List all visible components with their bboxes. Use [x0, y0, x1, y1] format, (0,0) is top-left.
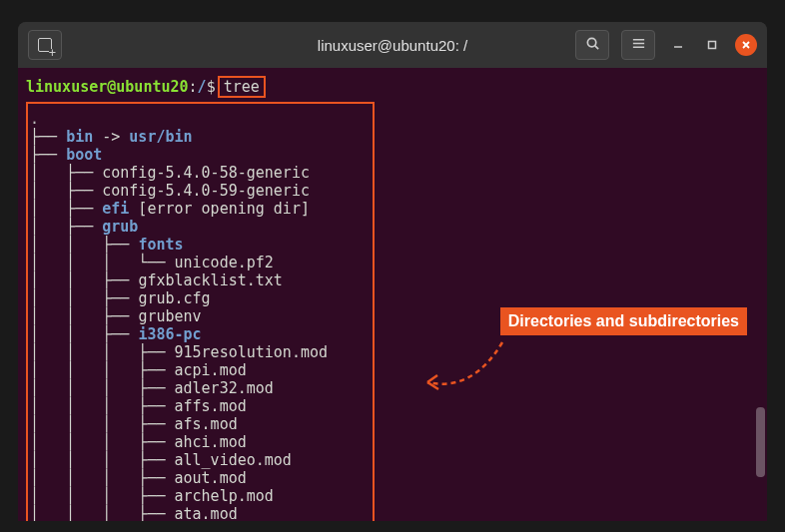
tree-line: │ │ │ ├── affs.mod [30, 397, 373, 415]
scrollbar-thumb[interactable] [756, 407, 765, 477]
svg-rect-6 [709, 42, 716, 49]
tree-line: │ │ ├── grubenv [30, 307, 373, 325]
tree-line: │ │ │ ├── ahci.mod [30, 433, 373, 451]
tree-line: │ │ │ ├── aout.mod [30, 469, 373, 487]
new-tab-icon [38, 38, 52, 52]
tree-line: │ │ ├── i386-pc [30, 325, 373, 343]
search-icon [585, 36, 600, 55]
tree-line: │ │ │ ├── ata.mod [30, 505, 373, 521]
search-button[interactable] [575, 30, 609, 60]
new-tab-button[interactable] [28, 30, 62, 60]
terminal-body[interactable]: linuxuser@ubuntu20:/$tree . ├── bin -> u… [18, 68, 767, 521]
prompt-line: linuxuser@ubuntu20:/$tree [26, 76, 767, 98]
svg-line-1 [594, 45, 597, 48]
tree-line: │ │ │ ├── acpi.mod [30, 361, 373, 379]
tree-line: │ │ │ └── unicode.pf2 [30, 254, 373, 271]
tree-output: ├── bin -> usr/bin├── boot│ ├── config-5… [30, 128, 373, 521]
command-text: tree [224, 78, 260, 96]
close-icon [741, 40, 751, 50]
tree-line: │ ├── efi [error opening dir] [30, 200, 373, 218]
terminal-window: linuxuser@ubuntu20: / li [18, 22, 767, 521]
menu-button[interactable] [621, 30, 655, 60]
tree-line: │ │ ├── gfxblacklist.txt [30, 271, 373, 289]
prompt-dollar: $ [207, 78, 216, 96]
titlebar: linuxuser@ubuntu20: / [18, 22, 767, 68]
tree-line: │ │ ├── grub.cfg [30, 289, 373, 307]
maximize-icon [707, 40, 717, 50]
prompt-path: / [198, 78, 207, 96]
tree-line: │ │ │ ├── all_video.mod [30, 451, 373, 469]
command-highlight-box: tree [218, 76, 266, 98]
prompt-colon: : [189, 78, 198, 96]
minimize-icon [673, 40, 683, 50]
hamburger-icon [631, 36, 646, 55]
tree-line: ├── bin -> usr/bin [30, 128, 373, 146]
tree-line: │ │ │ ├── adler32.mod [30, 379, 373, 397]
prompt-user-host: linuxuser@ubuntu20 [26, 78, 189, 96]
tree-line: │ │ │ ├── 915resolution.mod [30, 343, 373, 361]
annotation-arrow-icon [417, 337, 507, 407]
tree-line: │ │ │ ├── archelp.mod [30, 487, 373, 505]
minimize-button[interactable] [667, 34, 689, 56]
tree-line: │ ├── config-5.4.0-58-generic [30, 164, 373, 182]
tree-line: │ │ ├── fonts [30, 236, 373, 254]
tree-line: │ ├── grub [30, 218, 373, 236]
output-highlight-box: . ├── bin -> usr/bin├── boot│ ├── config… [26, 102, 375, 521]
window-title: linuxuser@ubuntu20: / [318, 37, 467, 54]
tree-line: │ ├── config-5.4.0-59-generic [30, 182, 373, 200]
close-button[interactable] [735, 34, 757, 56]
maximize-button[interactable] [701, 34, 723, 56]
window-controls [575, 30, 757, 60]
annotation-label: Directories and subdirectories [500, 307, 747, 335]
svg-point-0 [587, 38, 595, 46]
tree-line: ├── boot [30, 146, 373, 164]
tree-line: │ │ │ ├── afs.mod [30, 415, 373, 433]
tree-root: . [30, 110, 39, 128]
